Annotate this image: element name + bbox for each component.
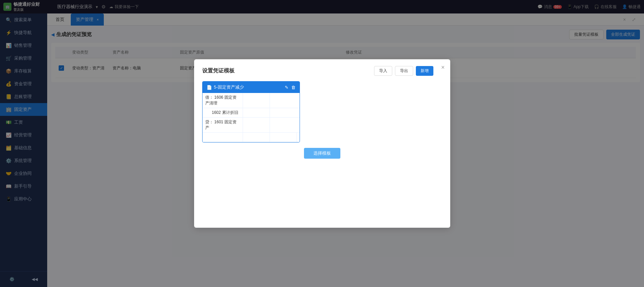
modal-overlay: 设置凭证模板 × 导入 导出 新增 📄 5-固定资产减少 ✎ 🗑 [0,0,644,287]
template-delete-icon[interactable]: 🗑 [291,85,296,90]
debit-label-2: 1602 累计折旧 [203,108,243,117]
select-template-btn[interactable]: 选择模板 [304,148,340,159]
template-name: 5-固定资产减少 [214,84,244,90]
template-credit-row-1: 贷： 1601 固定资产 [203,118,300,133]
template-header-left: 📄 5-固定资产减少 [207,84,244,90]
import-btn[interactable]: 导入 [374,66,392,76]
export-btn[interactable]: 导出 [395,66,413,76]
modal-action-buttons: 导入 导出 新增 [374,66,433,76]
template-doc-icon: 📄 [207,85,212,90]
template-debit-row-1: 借： 1606 固定资产清理 [203,93,300,108]
template-header-right: ✎ 🗑 [285,85,296,90]
debit-amount-2 [243,108,270,117]
empty-cell-2 [243,133,270,142]
debit-amount-1 [243,93,270,108]
debit-label-1: 借： 1606 固定资产清理 [203,93,243,108]
empty-cell-1 [203,133,243,142]
template-empty-row [203,133,300,142]
template-debit-row-2: 1602 累计折旧 [203,108,300,118]
new-btn[interactable]: 新增 [416,66,433,76]
template-card: 📄 5-固定资产减少 ✎ 🗑 借： 1606 固定资产清理 [202,81,300,142]
modal: 设置凭证模板 × 导入 导出 新增 📄 5-固定资产减少 ✎ 🗑 [194,59,450,228]
empty-cell-3 [270,133,297,142]
debit-field-2 [270,108,297,117]
credit-field-1 [270,118,297,132]
modal-close-btn[interactable]: × [441,64,445,71]
template-edit-icon[interactable]: ✎ [285,85,288,90]
debit-field-1 [270,93,297,108]
credit-label-1: 贷： 1601 固定资产 [203,118,243,132]
template-card-header: 📄 5-固定资产减少 ✎ 🗑 [203,82,300,93]
credit-amount-1 [243,118,270,132]
template-body: 借： 1606 固定资产清理 1602 累计折旧 [203,93,300,142]
